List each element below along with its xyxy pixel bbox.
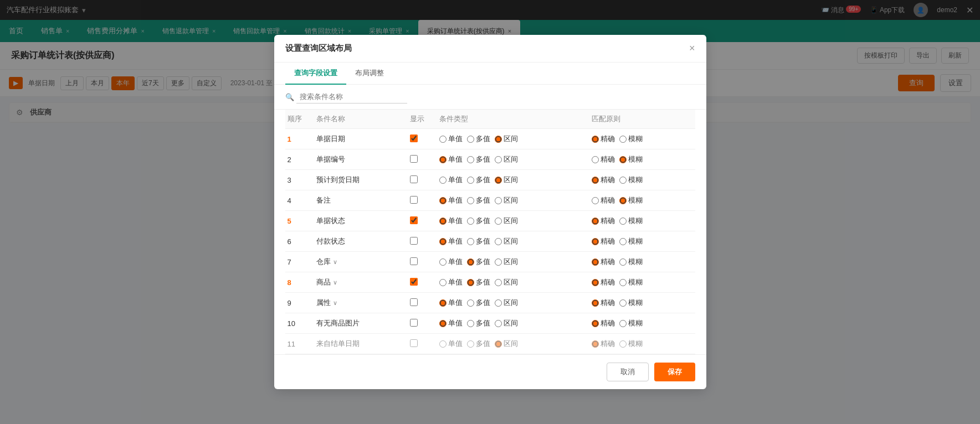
modal-search-area: 🔍 <box>274 85 706 110</box>
search-icon: 🔍 <box>285 93 294 101</box>
modal-tabs: 查询字段设置 布局调整 <box>274 63 706 85</box>
col-order: 顺序 <box>285 110 315 128</box>
search-input[interactable] <box>296 90 407 104</box>
settings-modal: 设置查询区域布局 × 查询字段设置 布局调整 🔍 顺序 <box>274 35 706 128</box>
modal-table-wrap: 顺序 条件名称 显示 条件类型 匹配原则 1 单据日期 <box>274 110 706 128</box>
modal-body: 查询字段设置 布局调整 🔍 顺序 条件名称 显示 条件类型 <box>274 63 706 128</box>
modal-header: 设置查询区域布局 × <box>274 35 706 63</box>
col-name: 条件名称 <box>314 110 408 128</box>
modal-overlay: 设置查询区域布局 × 查询字段设置 布局调整 🔍 顺序 <box>0 0 980 128</box>
col-match: 匹配原则 <box>589 110 695 128</box>
tab-layout[interactable]: 布局调整 <box>346 63 393 85</box>
col-type: 条件类型 <box>437 110 589 128</box>
col-display: 显示 <box>408 110 437 128</box>
tab-query-fields[interactable]: 查询字段设置 <box>285 63 346 85</box>
modal-close-button[interactable]: × <box>689 43 695 54</box>
modal-title: 设置查询区域布局 <box>285 43 352 54</box>
modal-table: 顺序 条件名称 显示 条件类型 匹配原则 1 单据日期 <box>285 110 695 128</box>
